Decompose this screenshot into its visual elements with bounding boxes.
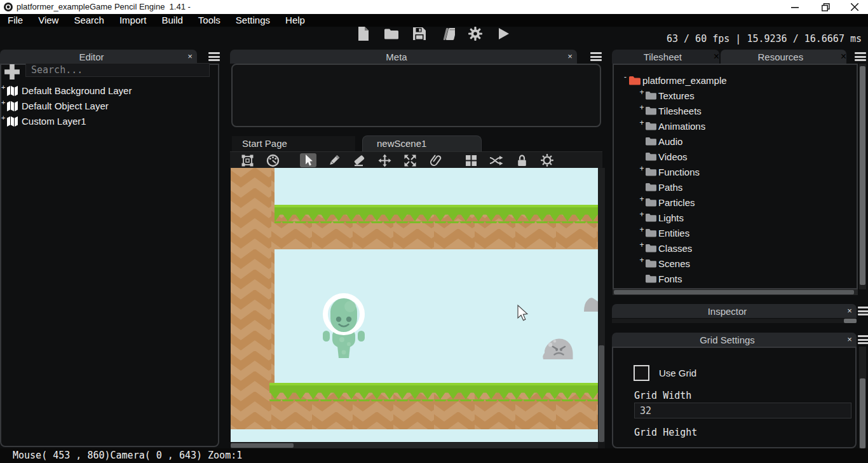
tab-resources[interactable]: Resources × <box>721 50 846 64</box>
tab-resources-close[interactable]: × <box>841 51 846 62</box>
tab-tilesheet[interactable]: Tilesheet × <box>612 50 719 64</box>
tree-row-classes[interactable]: + Classes <box>638 240 692 256</box>
inspector-panel-close[interactable]: × <box>843 304 857 318</box>
resources-horizontal-scrollbar-thumb[interactable] <box>614 290 854 294</box>
scene-horizontal-scrollbar[interactable] <box>231 443 598 448</box>
tree-expander[interactable]: + <box>638 225 646 234</box>
lock-tool[interactable] <box>513 153 530 167</box>
tab-new-scene[interactable]: newScene1 <box>362 135 482 151</box>
resources-tree: - platformer_example + Textures + Tilesh… <box>613 64 858 289</box>
tree-expander[interactable]: + <box>638 210 646 219</box>
grid-settings-menu-icon[interactable] <box>858 335 868 344</box>
pencil-tool[interactable] <box>325 153 342 167</box>
engine-settings-button[interactable] <box>468 26 483 41</box>
layer-expander[interactable]: + <box>1 83 6 91</box>
shuffle-tool[interactable] <box>488 153 505 167</box>
tree-expander[interactable]: - <box>621 73 629 81</box>
inspector-panel-menu-icon[interactable] <box>858 307 868 315</box>
tree-row-textures[interactable]: + Textures <box>638 88 695 103</box>
resources-panel-menu-icon[interactable] <box>855 52 866 61</box>
tab-tilesheet-close[interactable]: × <box>714 51 719 62</box>
tree-row-audio[interactable]: Audio <box>638 134 682 149</box>
menu-view[interactable]: View <box>31 14 66 27</box>
tree-row-paths[interactable]: Paths <box>638 179 682 195</box>
meta-panel-close[interactable]: × <box>563 50 577 64</box>
close-button[interactable] <box>845 0 864 14</box>
scene-canvas[interactable] <box>231 168 605 448</box>
pencil-icon <box>327 154 341 167</box>
tree-expander[interactable]: + <box>638 195 646 204</box>
tree-row-scenes[interactable]: + Scenes <box>638 256 690 271</box>
editor-panel-close[interactable]: × <box>183 50 197 64</box>
add-layer-icon[interactable] <box>4 64 20 80</box>
grid-settings-vertical-scrollbar[interactable] <box>859 347 866 448</box>
menu-settings[interactable]: Settings <box>228 14 278 27</box>
status-coordinates: Mouse( 453 , 860)Camera( 0 , 643) Zoom:1 <box>13 448 242 463</box>
tree-expander[interactable]: + <box>638 103 646 112</box>
menu-file[interactable]: File <box>0 14 31 27</box>
meta-text-area[interactable] <box>231 64 601 127</box>
pointer-tool[interactable] <box>300 153 316 167</box>
layer-search-input[interactable] <box>25 63 210 77</box>
grid-width-input[interactable] <box>634 403 851 418</box>
menu-import[interactable]: Import <box>112 14 154 27</box>
eraser-tool[interactable] <box>351 153 367 167</box>
manual-button[interactable] <box>440 26 455 41</box>
tree-expander[interactable]: + <box>638 88 646 97</box>
tree-expander[interactable]: + <box>638 164 646 173</box>
grid-settings-close[interactable]: × <box>843 333 857 347</box>
open-project-button[interactable] <box>384 26 399 41</box>
use-grid-label: Use Grid <box>659 368 696 378</box>
tree-row-tilesheets[interactable]: + Tilesheets <box>638 103 702 118</box>
tree-expander[interactable]: + <box>638 240 646 249</box>
use-grid-checkbox[interactable] <box>634 365 649 381</box>
tree-expander[interactable]: + <box>638 118 646 127</box>
play-button[interactable] <box>496 26 511 41</box>
layer-expander[interactable]: + <box>1 99 6 106</box>
folder-icon <box>646 91 656 100</box>
attach-tool[interactable] <box>428 153 444 167</box>
tree-row-lights[interactable]: + Lights <box>638 210 684 225</box>
tree-row-particles[interactable]: + Particles <box>638 195 695 210</box>
folder-icon <box>646 198 656 207</box>
tab-start-page[interactable]: Start Page <box>232 136 355 151</box>
meta-panel-menu-icon[interactable] <box>590 52 602 61</box>
stretch-tool[interactable] <box>402 153 418 167</box>
new-file-button[interactable] <box>356 26 371 41</box>
tile-blocks-tool[interactable] <box>463 153 479 167</box>
save-button[interactable] <box>412 26 427 41</box>
scene-vertical-scrollbar[interactable] <box>598 168 605 442</box>
inspector-horizontal-scrollbar-thumb[interactable] <box>844 319 857 323</box>
tree-row-animations[interactable]: + Animations <box>638 118 705 134</box>
gauge-tool[interactable] <box>264 153 281 167</box>
layer-expander[interactable]: + <box>1 114 6 121</box>
menu-tools[interactable]: Tools <box>191 14 228 27</box>
layer-row-object[interactable]: + Default Object Layer <box>1 98 109 113</box>
tree-row-root[interactable]: - platformer_example <box>621 73 727 88</box>
tree-expander[interactable]: + <box>638 256 646 265</box>
tree-row-functions[interactable]: + Functions <box>638 164 700 179</box>
grid-settings-vertical-scrollbar-thumb[interactable] <box>860 378 865 448</box>
move-tool[interactable] <box>376 153 393 167</box>
tree-label: Paths <box>658 182 682 193</box>
restore-button[interactable] <box>816 0 835 14</box>
layer-row-custom[interactable]: + Custom Layer1 <box>1 113 86 128</box>
menu-build[interactable]: Build <box>154 14 190 27</box>
resources-vertical-scrollbar[interactable] <box>859 64 866 289</box>
transform-select-tool[interactable] <box>239 153 255 167</box>
resources-horizontal-scrollbar[interactable] <box>613 289 858 295</box>
layer-row-background[interactable]: + Default Background Layer <box>1 83 132 98</box>
editor-panel-menu-icon[interactable] <box>208 52 220 61</box>
tree-row-fonts[interactable]: Fonts <box>638 271 682 286</box>
tree-row-entities[interactable]: + Entities <box>638 225 689 240</box>
tree-row-videos[interactable]: Videos <box>638 149 688 164</box>
scene-vertical-scrollbar-thumb[interactable] <box>599 345 604 442</box>
tab-start-page-label: Start Page <box>242 138 287 149</box>
inspector-horizontal-scrollbar[interactable] <box>612 319 857 323</box>
resources-vertical-scrollbar-thumb[interactable] <box>860 66 865 285</box>
menu-help[interactable]: Help <box>278 14 313 27</box>
minimize-button[interactable] <box>785 0 804 14</box>
menu-search[interactable]: Search <box>66 14 112 27</box>
scene-horizontal-scrollbar-thumb[interactable] <box>231 443 294 448</box>
scene-settings-tool[interactable] <box>539 153 555 167</box>
